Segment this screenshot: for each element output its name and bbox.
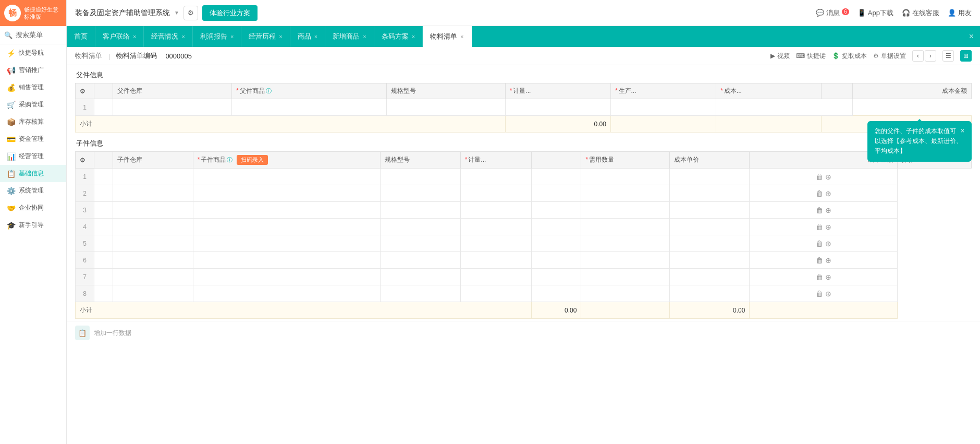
- child-product-cell[interactable]: [113, 235, 193, 252]
- child-product-cell[interactable]: [113, 169, 193, 185]
- child-unit-cell[interactable]: [380, 169, 460, 185]
- delete-icon[interactable]: 🗑: [816, 239, 823, 248]
- user-action[interactable]: 👤 用友: [948, 8, 972, 18]
- child-unit-cost-cell[interactable]: [581, 285, 669, 302]
- child-warehouse-cell[interactable]: [94, 235, 113, 252]
- delete-icon[interactable]: 🗑: [816, 273, 823, 281]
- sidebar-item-operations[interactable]: 📊 经营管理: [0, 148, 66, 165]
- child-spec-cell[interactable]: [193, 269, 380, 285]
- sidebar-search[interactable]: 🔍 搜索菜单: [0, 26, 66, 44]
- shortcut-button[interactable]: ⌨ 快捷键: [796, 52, 826, 61]
- child-warehouse-cell[interactable]: [94, 252, 113, 269]
- child-warehouse-cell[interactable]: [94, 169, 113, 185]
- prev-button[interactable]: ‹: [912, 50, 924, 62]
- breadcrumb-item-1[interactable]: 物料清单: [75, 51, 102, 61]
- next-button[interactable]: ›: [925, 50, 936, 62]
- breadcrumb-item-2[interactable]: 物料清单编码: [116, 51, 157, 61]
- parent-unit-cell[interactable]: [386, 99, 505, 116]
- tab-operations[interactable]: 经营情况 ×: [144, 26, 192, 47]
- child-unit-cell[interactable]: [380, 252, 460, 269]
- parent-warehouse-cell[interactable]: [94, 99, 113, 116]
- child-qty-cell[interactable]: [531, 252, 581, 269]
- child-unit-cost-cell[interactable]: [581, 202, 669, 219]
- close-all-tabs[interactable]: ×: [963, 32, 980, 41]
- settings-button[interactable]: ⚙: [183, 6, 198, 20]
- child-qty-cell[interactable]: [531, 185, 581, 202]
- child-amount-cell[interactable]: [669, 269, 750, 285]
- child-product-cell[interactable]: [113, 269, 193, 285]
- child-spec-cell[interactable]: [193, 202, 380, 219]
- child-amount-cell[interactable]: [669, 252, 750, 269]
- delete-icon[interactable]: 🗑: [816, 173, 823, 181]
- child-unit-cost-cell[interactable]: [581, 235, 669, 252]
- child-unit-cell[interactable]: [380, 269, 460, 285]
- system-dropdown-arrow[interactable]: ▼: [174, 10, 179, 16]
- child-amount-cell[interactable]: [669, 219, 750, 235]
- child-unit-cell[interactable]: [380, 185, 460, 202]
- tab-products[interactable]: 商品 ×: [290, 26, 325, 47]
- tab-close-icon[interactable]: ×: [230, 33, 234, 40]
- parent-product-cell[interactable]: [113, 99, 232, 116]
- child-qty-cell[interactable]: [531, 235, 581, 252]
- child-warehouse-cell[interactable]: [94, 269, 113, 285]
- sidebar-item-marketing[interactable]: 📢 营销推广: [0, 62, 66, 79]
- expand-button[interactable]: ⊞: [960, 50, 972, 62]
- sidebar-item-quick-nav[interactable]: ⚡ 快捷导航: [0, 44, 66, 62]
- table-add-icon[interactable]: 📋: [75, 326, 90, 340]
- child-amount-cell[interactable]: [669, 169, 750, 185]
- copy-icon[interactable]: ⊕: [825, 223, 831, 231]
- child-warehouse-cell[interactable]: [94, 202, 113, 219]
- child-spec-cell[interactable]: [193, 252, 380, 269]
- delete-icon[interactable]: 🗑: [816, 189, 823, 198]
- scan-button[interactable]: 扫码录入: [237, 155, 268, 165]
- tab-close-icon[interactable]: ×: [412, 33, 415, 40]
- sidebar-item-system[interactable]: ⚙️ 系统管理: [0, 182, 66, 199]
- child-product-cell[interactable]: [113, 285, 193, 302]
- delete-icon[interactable]: 🗑: [816, 206, 823, 214]
- message-action[interactable]: 💬 消息 6: [816, 8, 849, 18]
- parent-col-settings[interactable]: ⚙: [76, 83, 94, 99]
- tab-close-icon[interactable]: ×: [181, 33, 185, 40]
- child-product-cell[interactable]: [113, 202, 193, 219]
- single-setting-button[interactable]: ⚙ 单据设置: [873, 52, 906, 61]
- tab-barcode[interactable]: 条码方案 ×: [374, 26, 423, 47]
- child-spec-cell[interactable]: [193, 185, 380, 202]
- tab-close-icon[interactable]: ×: [133, 33, 136, 40]
- tab-close-icon[interactable]: ×: [314, 33, 317, 40]
- child-unit-cell[interactable]: [380, 202, 460, 219]
- tab-close-icon[interactable]: ×: [279, 33, 282, 40]
- tab-new-product[interactable]: 新增商品 ×: [325, 26, 374, 47]
- child-product-cell[interactable]: [113, 219, 193, 235]
- copy-icon[interactable]: ⊕: [825, 273, 831, 281]
- sidebar-item-inventory[interactable]: 📦 库存核算: [0, 113, 66, 130]
- copy-icon[interactable]: ⊕: [825, 173, 831, 181]
- sidebar-item-finance[interactable]: 💳 资金管理: [0, 130, 66, 148]
- child-spec-cell[interactable]: [193, 235, 380, 252]
- delete-icon[interactable]: 🗑: [816, 256, 823, 265]
- child-amount-cell[interactable]: [669, 202, 750, 219]
- tab-profit[interactable]: 利润报告 ×: [193, 26, 241, 47]
- trial-button[interactable]: 体验行业方案: [202, 5, 258, 21]
- tab-close-icon[interactable]: ×: [363, 33, 366, 40]
- copy-icon[interactable]: ⊕: [825, 189, 831, 198]
- sidebar-item-sales[interactable]: 💰 销售管理: [0, 79, 66, 96]
- child-unit-cost-cell[interactable]: [581, 219, 669, 235]
- parent-spec-cell[interactable]: [231, 99, 386, 116]
- child-unit-cell[interactable]: [380, 235, 460, 252]
- copy-icon[interactable]: ⊕: [825, 206, 831, 214]
- child-qty-cell[interactable]: [531, 169, 581, 185]
- child-qty-cell[interactable]: [531, 202, 581, 219]
- tab-home[interactable]: 首页: [67, 26, 95, 47]
- child-product-cell[interactable]: [113, 185, 193, 202]
- child-unit-cost-cell[interactable]: [581, 252, 669, 269]
- tab-bom[interactable]: 物料清单 ×: [423, 26, 471, 47]
- sidebar-item-basic-info[interactable]: 📋 基础信息: [0, 165, 66, 182]
- extract-cost-button[interactable]: 💲 提取成本: [832, 52, 867, 61]
- child-unit-cell[interactable]: [380, 219, 460, 235]
- child-spec-cell[interactable]: [193, 285, 380, 302]
- child-col-settings[interactable]: ⚙: [76, 152, 94, 169]
- delete-icon[interactable]: 🗑: [816, 290, 823, 298]
- sidebar-item-guide[interactable]: 🎓 新手引导: [0, 217, 66, 234]
- sidebar-item-collab[interactable]: 🤝 企业协同: [0, 199, 66, 217]
- copy-icon[interactable]: ⊕: [825, 256, 831, 265]
